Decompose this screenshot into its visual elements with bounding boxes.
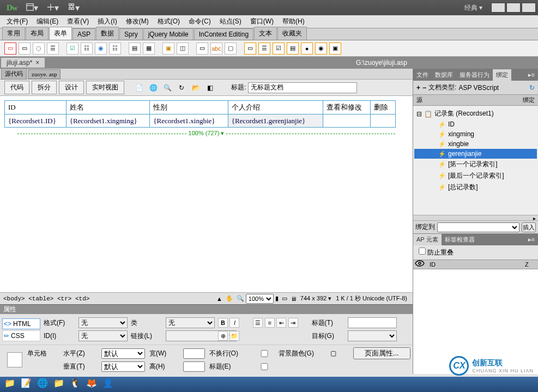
format-select[interactable]: 无 bbox=[78, 317, 128, 328]
table-header-row[interactable]: ID 姓名 性别 个人介绍 查看和修改 删除 bbox=[5, 101, 396, 114]
title-input[interactable] bbox=[348, 317, 397, 328]
expand-icon[interactable]: ⊟ bbox=[416, 110, 422, 118]
source-code-tab[interactable]: 源代码 bbox=[1, 68, 27, 80]
menu-edit[interactable]: 编辑(E) bbox=[32, 16, 63, 27]
tooltab-data[interactable]: 数据 bbox=[96, 27, 119, 40]
hscroll-right-icon[interactable]: ▸ bbox=[531, 215, 538, 220]
hand-tool-icon[interactable]: ✋ bbox=[224, 295, 235, 302]
textarea-icon[interactable]: ☰ bbox=[47, 43, 59, 55]
field-first-index[interactable]: ⚡[第一个记录索引] bbox=[414, 159, 537, 170]
menu-file[interactable]: 文件(F) bbox=[2, 16, 32, 27]
tooltab-common[interactable]: 常用 bbox=[2, 27, 25, 40]
panel-tab-serverbehaviors[interactable]: 服务器行为 bbox=[456, 69, 493, 81]
props-css-mode[interactable]: ✏CSS bbox=[2, 330, 40, 341]
vert-select[interactable]: 默认 bbox=[101, 361, 145, 372]
radiogroup-icon[interactable]: ☷ bbox=[109, 43, 121, 55]
document-tab-close-icon[interactable]: × bbox=[35, 59, 39, 67]
browse-folder-icon[interactable]: 📁 bbox=[229, 331, 239, 341]
file-mgmt-icon[interactable]: 📂 bbox=[190, 82, 202, 94]
field-xingbie[interactable]: ⚡xingbie bbox=[414, 139, 537, 149]
menu-commands[interactable]: 命令(C) bbox=[184, 16, 215, 27]
table-width-ruler[interactable]: 100% (727) ▾ bbox=[4, 130, 408, 137]
header-cell-name[interactable]: 姓名 bbox=[66, 101, 150, 114]
add-binding-icon[interactable]: + bbox=[416, 84, 420, 92]
taskbar-item[interactable]: 👤 bbox=[102, 378, 118, 391]
page-props-button[interactable]: 页面属性... bbox=[353, 347, 410, 359]
properties-header[interactable]: 属性 bbox=[0, 304, 413, 314]
document-tab[interactable]: jiluji.asp* × bbox=[1, 58, 45, 68]
class-select[interactable]: 无 bbox=[166, 317, 215, 328]
panel-tab-files[interactable]: 文件 bbox=[413, 69, 432, 81]
point-to-file-icon[interactable]: ⊕ bbox=[218, 331, 228, 341]
tablet-size-icon[interactable]: ▭ bbox=[280, 295, 289, 302]
tag-selector[interactable]: <body> <table> <tr> <td> bbox=[3, 295, 89, 302]
document-title-input[interactable] bbox=[248, 82, 357, 93]
workspace-switcher[interactable]: 经典 ▾ bbox=[462, 2, 485, 14]
menu-format[interactable]: 格式(O) bbox=[153, 16, 184, 27]
extend-menu-icon[interactable]: ▾ bbox=[43, 1, 63, 15]
table-data-row[interactable]: {Recordset1.ID} {Recordset1.xingming} {R… bbox=[5, 114, 396, 128]
nowrap-checkbox[interactable] bbox=[255, 350, 274, 357]
ol-icon[interactable]: ≡ bbox=[265, 318, 275, 328]
panel-tab-ap[interactable]: AP 元素 bbox=[413, 234, 442, 245]
target-select[interactable] bbox=[348, 330, 397, 341]
field-xingming[interactable]: ⚡xingming bbox=[414, 129, 537, 139]
checkbox-icon[interactable]: ☑ bbox=[67, 43, 78, 55]
recordset-node[interactable]: ⊟ 📋 记录集 (Recordset1) bbox=[414, 108, 537, 119]
data-cell-gender[interactable]: {Recordset1.xingbie} bbox=[150, 114, 228, 128]
live-code-icon[interactable]: 📄 bbox=[133, 82, 145, 94]
field-last-index[interactable]: ⚡[最后一个记录索引] bbox=[414, 170, 537, 182]
desktop-size-icon[interactable]: 🖥 bbox=[289, 295, 298, 302]
tooltab-forms[interactable]: 表单 bbox=[49, 27, 72, 40]
textfield-icon[interactable]: ▭ bbox=[19, 43, 31, 55]
fieldset-icon[interactable]: ▢ bbox=[225, 43, 237, 55]
code-view-button[interactable]: 代码 bbox=[4, 81, 29, 94]
height-input[interactable] bbox=[183, 361, 205, 372]
props-html-mode[interactable]: <>HTML bbox=[2, 318, 40, 329]
menu-modify[interactable]: 修改(M) bbox=[122, 16, 153, 27]
taskbar-item[interactable]: 🦊 bbox=[86, 378, 101, 391]
select-icon[interactable]: ▤ bbox=[129, 43, 141, 55]
prevent-overlap-checkbox[interactable] bbox=[419, 248, 426, 255]
menu-site[interactable]: 站点(S) bbox=[215, 16, 246, 27]
header-checkbox[interactable] bbox=[255, 363, 274, 370]
tooltab-incontext[interactable]: InContext Editing bbox=[194, 28, 253, 40]
spry-select-icon[interactable]: ▤ bbox=[287, 43, 299, 55]
field-gerenjianjie[interactable]: ⚡gerenjianjie bbox=[414, 149, 537, 159]
header-cell-intro[interactable]: 个人介绍 bbox=[228, 101, 323, 114]
menu-insert[interactable]: 插入(I) bbox=[93, 16, 121, 27]
checkboxgroup-icon[interactable]: ☷ bbox=[81, 43, 93, 55]
tooltab-favorites[interactable]: 收藏夹 bbox=[277, 27, 307, 40]
remove-binding-icon[interactable]: − bbox=[422, 84, 426, 92]
split-view-button[interactable]: 拆分 bbox=[32, 81, 57, 94]
design-canvas[interactable]: ID 姓名 性别 个人介绍 查看和修改 删除 {Recordset1.ID} {… bbox=[0, 96, 413, 292]
data-cell-intro[interactable]: {Recordset1.gerenjianjie} bbox=[228, 114, 323, 128]
data-cell-name[interactable]: {Recordset1.xingming} bbox=[66, 114, 150, 128]
menu-view[interactable]: 查看(V) bbox=[63, 16, 93, 27]
data-cell-delete[interactable] bbox=[370, 114, 395, 128]
close-button[interactable]: ✕ bbox=[522, 3, 536, 13]
radio-icon[interactable]: ◉ bbox=[95, 43, 107, 55]
panel-options-icon[interactable]: ▸≡ bbox=[525, 70, 538, 80]
taskbar-item[interactable]: 📁 bbox=[4, 378, 20, 391]
bindto-select[interactable] bbox=[437, 222, 519, 232]
spry-textfield-icon[interactable]: ▭ bbox=[244, 43, 256, 55]
design-view-button[interactable]: 设计 bbox=[59, 81, 84, 94]
ul-icon[interactable]: ☰ bbox=[253, 318, 263, 328]
layout-menu-icon[interactable]: ▾ bbox=[22, 1, 43, 15]
mobile-size-icon[interactable]: ▮ bbox=[274, 295, 280, 302]
header-cell-delete[interactable]: 删除 bbox=[370, 101, 395, 114]
panel-tab-bindings[interactable]: 绑定 bbox=[493, 69, 511, 81]
tooltab-spry[interactable]: Spry bbox=[119, 28, 143, 40]
filefield-icon[interactable]: ◫ bbox=[177, 43, 189, 55]
header-cell-gender[interactable]: 性别 bbox=[150, 101, 228, 114]
minimize-button[interactable]: — bbox=[491, 3, 505, 13]
linked-file-tab[interactable]: zuoye. asp bbox=[28, 69, 61, 79]
imagefield-icon[interactable]: ▣ bbox=[162, 43, 174, 55]
data-cell-viewedit[interactable] bbox=[323, 114, 370, 128]
field-total-records[interactable]: ⚡[总记录数] bbox=[414, 182, 537, 193]
zoom-tool-icon[interactable]: 🔍 bbox=[235, 295, 246, 302]
select-tool-icon[interactable]: ▲ bbox=[215, 295, 224, 302]
width-input[interactable] bbox=[183, 348, 205, 359]
italic-icon[interactable]: I bbox=[229, 318, 239, 328]
